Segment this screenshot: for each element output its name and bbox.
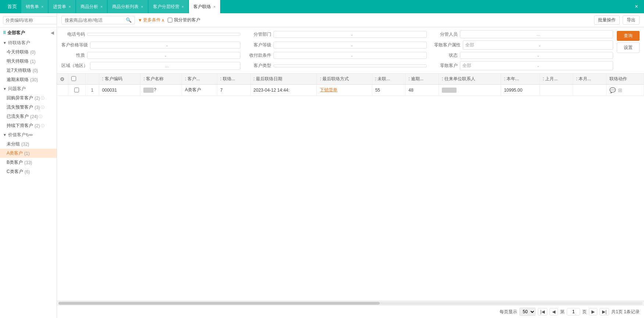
adv-select-price-level[interactable]: ⌄ bbox=[90, 42, 240, 49]
more-filter-btn[interactable]: ▼ 更多条件 ∧ bbox=[138, 17, 165, 23]
page-input[interactable] bbox=[567, 308, 580, 315]
sidebar-item-7days[interactable]: 近7天待联络 (0) bbox=[0, 66, 57, 75]
th-name[interactable]: : 客户名称 bbox=[140, 74, 182, 85]
adv-select-phone[interactable] bbox=[87, 33, 240, 36]
search-input[interactable] bbox=[65, 18, 126, 23]
search-icon[interactable]: 🔍 bbox=[126, 17, 132, 23]
th-code[interactable]: : 客户编码 bbox=[99, 74, 140, 85]
collapse-icon[interactable]: ◀ bbox=[51, 31, 54, 35]
sidebar-item-overdue[interactable]: 逾期未联络 (30) bbox=[0, 75, 57, 84]
sidebar-item-repurchase-abnormal[interactable]: 回购异常客户 (2) ⓘ bbox=[0, 93, 57, 103]
sidebar-item-churn-warning[interactable]: 流失预警客户 (3) ⓘ bbox=[0, 103, 57, 112]
scroll-track[interactable] bbox=[58, 302, 643, 305]
sidebar-item-class-b[interactable]: B类客户 (33) bbox=[0, 158, 57, 167]
query-btn[interactable]: 查询 bbox=[617, 31, 640, 41]
th-contact[interactable]: : 联络... bbox=[217, 74, 250, 85]
nav-tab-analysis-list-close[interactable]: × bbox=[141, 4, 143, 9]
info-icon-repurchase[interactable]: ⓘ bbox=[41, 96, 44, 101]
chat-icon[interactable]: 💬 bbox=[609, 87, 616, 93]
per-page-select[interactable]: 50 bbox=[519, 308, 536, 316]
td-check[interactable] bbox=[68, 85, 85, 96]
nav-home[interactable]: 首页 bbox=[3, 0, 21, 13]
row-checkbox[interactable] bbox=[74, 88, 79, 92]
nav-tab-sales[interactable]: 销售单 × bbox=[21, 0, 48, 13]
nav-tab-customer-contact-close[interactable]: × bbox=[213, 4, 215, 9]
th-last-date[interactable]: : 最后联络日期 bbox=[250, 74, 317, 85]
sidebar-item-tomorrow[interactable]: 明天待联络 (1) bbox=[0, 57, 57, 66]
nav-tab-sales-close[interactable]: × bbox=[41, 4, 43, 9]
th-last-month[interactable]: : 上月... bbox=[540, 74, 573, 85]
th-type[interactable]: : 客户... bbox=[182, 74, 217, 85]
th-no-contact[interactable]: : 未联... bbox=[372, 74, 405, 85]
my-customers-checkbox[interactable] bbox=[168, 18, 172, 22]
info-icon-churn-warning[interactable]: ⓘ bbox=[41, 105, 44, 110]
export-btn[interactable]: 导出 bbox=[623, 15, 640, 25]
settings-btn[interactable]: 设置 bbox=[617, 42, 640, 53]
edit-icon-value[interactable]: ✏ bbox=[29, 132, 33, 138]
th-check[interactable] bbox=[68, 74, 85, 85]
adv-filter-row-4: 区域（地区） ... 客户类型 bbox=[61, 61, 613, 70]
th-overdue[interactable]: : 逾期... bbox=[405, 74, 439, 85]
adv-select-status[interactable]: ⌄ bbox=[460, 52, 613, 59]
sidebar-group-problem-title[interactable]: ▼ 问题客户 bbox=[0, 84, 57, 93]
prev-page-btn[interactable]: ◀ bbox=[550, 308, 558, 315]
info-icon-value[interactable]: ↻ bbox=[26, 132, 29, 138]
adv-select-region[interactable]: ... bbox=[90, 62, 240, 70]
window-close-btn[interactable]: × bbox=[632, 3, 641, 10]
qr-icon[interactable]: ⊞ bbox=[618, 87, 622, 93]
batch-op-btn[interactable]: 批量操作 bbox=[594, 15, 620, 25]
adv-select-customer-level[interactable]: ⌄ bbox=[273, 42, 427, 49]
sidebar-item-declining[interactable]: 持续下滑客户 (2) ⓘ bbox=[0, 121, 57, 130]
sidebar-group-pending-title[interactable]: ▼ 待联络客户 bbox=[0, 38, 57, 47]
adv-cell-retail: 零散客户 全部 ⌄ bbox=[434, 61, 613, 70]
last-method-link[interactable]: 下销货单 bbox=[320, 87, 337, 92]
adv-select-retail-attr[interactable]: 全部 ⌄ bbox=[463, 40, 613, 50]
sidebar-all-customers[interactable]: ⠿ 全部客户 ◀ bbox=[0, 28, 57, 38]
nav-tab-customer-mgmt-close[interactable]: × bbox=[182, 4, 184, 9]
horizontal-scrollbar[interactable] bbox=[57, 301, 644, 305]
first-page-btn[interactable]: |◀ bbox=[538, 308, 547, 315]
nav-tab-customer-contact[interactable]: 客户联络 × bbox=[189, 0, 220, 13]
adv-select-dept[interactable]: ⌄ bbox=[273, 31, 427, 38]
select-all-checkbox[interactable] bbox=[71, 76, 76, 81]
info-icon-churned[interactable]: ⓘ bbox=[39, 114, 42, 119]
adv-select-manager[interactable]: ... bbox=[460, 30, 613, 38]
adv-select-payment[interactable]: ⌄ bbox=[273, 52, 427, 59]
td-last-method[interactable]: 下销货单 bbox=[317, 85, 372, 96]
adv-select-customer-type[interactable] bbox=[273, 64, 427, 67]
adv-label-retail: 零散客户 bbox=[434, 63, 460, 69]
th-unit-contact[interactable]: : 往来单位联系人 bbox=[439, 74, 501, 85]
info-icon-declining[interactable]: ⓘ bbox=[41, 123, 44, 128]
last-page-btn[interactable]: ▶| bbox=[600, 308, 609, 315]
th-settings[interactable]: ⚙ bbox=[57, 74, 68, 85]
nav-tab-customer-mgmt[interactable]: 客户分层经营 × bbox=[149, 0, 188, 13]
sidebar-group-value-title[interactable]: ▼ 价值客户 ↻ ✏ bbox=[0, 130, 57, 139]
more-filter-chevron: ∧ bbox=[161, 18, 165, 23]
sidebar-item-ungrouped[interactable]: 未分组 (32) bbox=[0, 139, 57, 149]
th-this-month[interactable]: : 本月... bbox=[573, 74, 607, 85]
adv-select-retail[interactable]: 全部 ⌄ bbox=[460, 61, 613, 70]
nav-tab-purchase-close[interactable]: × bbox=[68, 4, 71, 9]
td-action: 💬 ⊞ bbox=[606, 85, 644, 96]
adv-label-region: 区域（地区） bbox=[61, 63, 90, 69]
my-customers-checkbox-wrap[interactable]: 我分管的客户 bbox=[168, 17, 200, 23]
th-last-method[interactable]: : 最后联络方式 bbox=[317, 74, 372, 85]
nav-tab-purchase[interactable]: 进货单 × bbox=[49, 0, 75, 13]
nav-tab-analysis-close[interactable]: × bbox=[100, 4, 103, 9]
td-last-date: 2023-04-12 14:44: bbox=[250, 85, 317, 96]
td-unit-contact bbox=[439, 85, 501, 96]
th-this-year[interactable]: : 本年... bbox=[501, 74, 540, 85]
sidebar-group-value-label: 价值客户 bbox=[8, 132, 26, 138]
nav-tab-analysis-list[interactable]: 商品分析列表 × bbox=[108, 0, 147, 13]
sidebar-item-class-c[interactable]: C类客户 (6) bbox=[0, 167, 57, 176]
sidebar-item-class-a[interactable]: A类客户 (1) bbox=[0, 149, 57, 158]
sidebar-search-input[interactable] bbox=[3, 16, 57, 24]
sidebar-item-today[interactable]: 今天待联络 (0) bbox=[0, 47, 57, 57]
sidebar-item-churned[interactable]: 已流失客户 (24) ⓘ bbox=[0, 112, 57, 121]
scroll-thumb[interactable] bbox=[58, 302, 380, 305]
next-page-btn[interactable]: ▶ bbox=[589, 308, 597, 315]
nav-tab-analysis[interactable]: 商品分析 × bbox=[76, 0, 107, 13]
col-settings-icon[interactable]: ⚙ bbox=[60, 76, 65, 82]
adv-label-retail-attr: 零散客户属性 bbox=[434, 42, 463, 48]
adv-select-nature[interactable]: ⌄ bbox=[87, 52, 240, 59]
